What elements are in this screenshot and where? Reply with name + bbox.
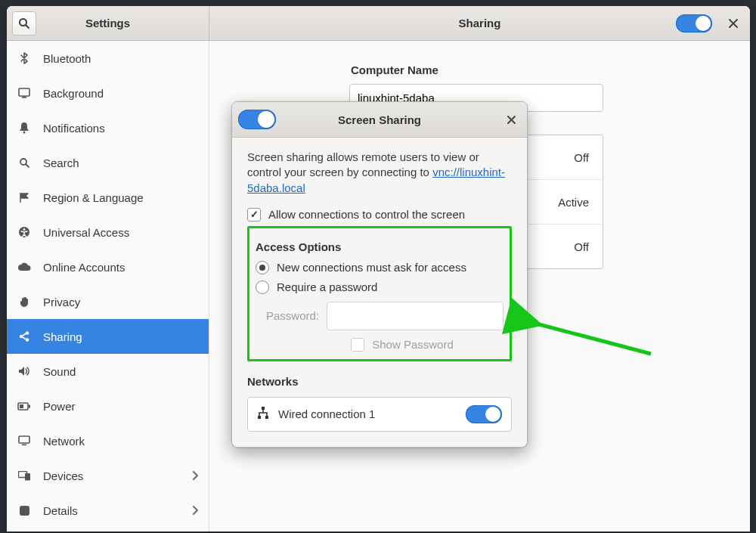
allow-control-row[interactable]: Allow connections to control the screen (247, 208, 512, 222)
show-password-label: Show Password (372, 338, 454, 351)
annotation-highlight: Access Options New connections must ask … (247, 226, 512, 361)
svg-rect-22 (265, 416, 268, 419)
close-icon (507, 115, 516, 125)
allow-control-label: Allow connections to control the screen (268, 208, 465, 221)
dialog-close-button[interactable] (495, 102, 527, 137)
show-password-row: Show Password (301, 338, 503, 352)
radio-ask-row[interactable]: New connections must ask for access (256, 261, 503, 274)
radio-password[interactable] (256, 280, 269, 294)
network-row: Wired connection 1 (247, 397, 512, 432)
dialog-layer: Screen Sharing Screen sharing allows rem… (7, 6, 750, 531)
dialog-body: Screen sharing allows remote users to vi… (232, 138, 527, 447)
password-label: Password: (266, 309, 319, 322)
password-row: Password: (256, 302, 503, 330)
radio-ask[interactable] (256, 261, 269, 274)
password-input (327, 302, 503, 330)
allow-control-checkbox[interactable] (247, 208, 261, 222)
svg-line-23 (536, 324, 651, 354)
network-name: Wired connection 1 (278, 407, 375, 420)
dialog-description: Screen sharing allows remote users to vi… (247, 150, 512, 196)
svg-rect-21 (258, 416, 261, 419)
show-password-checkbox (351, 338, 364, 352)
dialog-header: Screen Sharing (232, 102, 527, 138)
wired-icon (257, 407, 269, 421)
svg-rect-20 (262, 407, 265, 410)
settings-window: Settings Sharing Bluetooth Background No… (6, 5, 751, 532)
network-toggle[interactable] (466, 405, 502, 423)
networks-section: Networks Wired connection 1 (247, 375, 512, 432)
radio-ask-label: New connections must ask for access (277, 261, 466, 274)
screen-sharing-dialog: Screen Sharing Screen sharing allows rem… (231, 101, 528, 448)
networks-title: Networks (247, 375, 512, 388)
annotation-arrow (522, 301, 662, 361)
access-options-title: Access Options (256, 240, 503, 253)
dialog-title: Screen Sharing (232, 102, 527, 137)
screen-sharing-toggle[interactable] (238, 110, 276, 129)
radio-password-label: Require a password (277, 280, 377, 293)
radio-password-row[interactable]: Require a password (256, 280, 503, 294)
